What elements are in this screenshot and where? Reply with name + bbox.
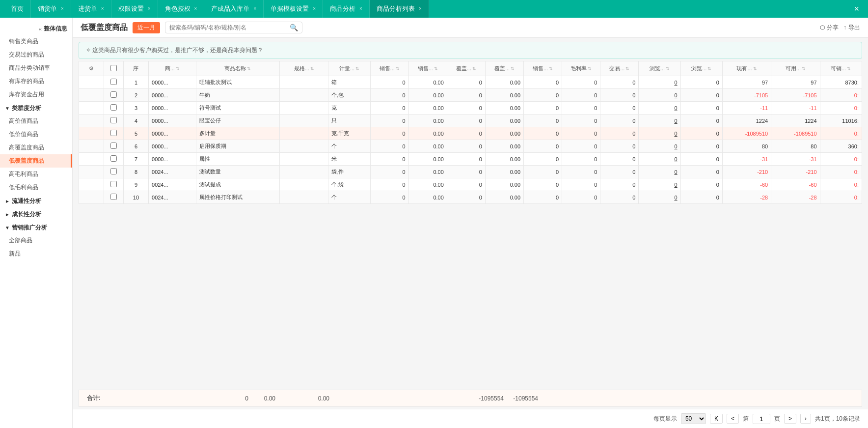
nav-tab-home[interactable]: 首页 [4,0,31,18]
cell-settings [79,153,104,166]
per-page-select[interactable]: 50 20 100 200 [681,413,706,424]
cell-check[interactable] [104,127,124,140]
sidebar-item-high-margin[interactable]: 高毛利商品 [0,168,72,181]
cell-check[interactable] [104,191,124,204]
col-header-trade[interactable]: 交易...⇅ [600,61,639,76]
cell-browse1[interactable]: 0 [639,178,680,191]
cell-check[interactable] [104,102,124,114]
prev-page-button[interactable]: < [727,414,739,424]
close-icon[interactable]: × [101,0,104,18]
col-header-settings[interactable]: ⚙ [79,61,104,76]
col-header-cover2[interactable]: 覆盖...⇅ [485,61,523,76]
sidebar-item-category-rate[interactable]: 商品分类动销率 [0,61,72,75]
search-icon[interactable]: 🔍 [290,24,298,31]
nav-tab-sales[interactable]: 销货单 × [31,0,71,18]
cell-available: 1224 [771,114,820,127]
cell-cover1: 0 [447,178,485,191]
col-header-unit[interactable]: 计量...⇅ [328,61,370,76]
export-button[interactable]: ↑ 导出 [843,24,860,32]
col-header-sales-amt[interactable]: 销售...⇅ [408,61,447,76]
cell-check[interactable] [104,140,124,153]
cell-check[interactable] [104,166,124,178]
col-header-sales3[interactable]: 销售...⇅ [524,61,562,76]
export-icon: ↑ [843,24,846,31]
sidebar-section-liquidity[interactable]: ► 流通性分析 [0,194,72,207]
sidebar-item-low-coverage[interactable]: 低覆盖度商品 [0,154,72,168]
sidebar-item-new-products[interactable]: 新品 [0,247,72,260]
settings-icon[interactable]: ⚙ [89,65,94,71]
footer-current: -1095554 [472,395,507,402]
col-header-sellable[interactable]: 可销...⇅ [820,61,862,76]
search-input[interactable] [169,24,288,31]
cell-browse1[interactable]: 0 [639,76,680,89]
close-icon[interactable]: × [61,0,64,18]
sidebar-item-capital[interactable]: 库存资金占用 [0,88,72,101]
col-header-spec[interactable]: 规格...⇅ [280,61,328,76]
sidebar-section-overall[interactable]: « 整体信息 [0,22,72,35]
col-header-check[interactable] [104,61,124,76]
close-icon[interactable]: × [148,0,151,18]
cell-check[interactable] [104,89,124,102]
cell-browse1[interactable]: 0 [639,191,680,204]
col-header-sales-qty[interactable]: 销售...⇅ [370,61,408,76]
select-all-checkbox[interactable] [110,65,117,71]
cell-browse1[interactable]: 0 [639,140,680,153]
close-icon[interactable]: × [253,0,256,18]
cell-browse1[interactable]: 0 [639,102,680,114]
close-icon[interactable]: × [419,0,422,18]
nav-tab-roles[interactable]: 角色授权 × [158,0,205,18]
col-header-browse1[interactable]: 浏览...⇅ [639,61,680,76]
sidebar-item-sales-products[interactable]: 销售类商品 [0,35,72,48]
cell-current: -1089510 [722,127,771,140]
cell-cover1: 0 [447,191,485,204]
cell-browse1[interactable]: 0 [639,89,680,102]
sidebar-item-traded[interactable]: 交易过的商品 [0,48,72,61]
first-page-button[interactable]: K [710,414,723,424]
nav-tab-purchase[interactable]: 进货单 × [71,0,111,18]
sidebar-item-low-margin[interactable]: 低毛利商品 [0,181,72,194]
nav-tab-analysis-list[interactable]: 商品分析列表 × [370,0,429,18]
cell-spec [280,89,328,102]
nav-tab-template[interactable]: 单据模板设置 × [264,0,323,18]
close-icon[interactable]: × [194,0,197,18]
cell-browse1[interactable]: 0 [639,153,680,166]
col-header-margin[interactable]: 毛利率⇅ [562,61,600,76]
sidebar-item-high-value[interactable]: 高价值商品 [0,114,72,128]
sidebar-section-marketing[interactable]: ▼ 营销推广分析 [0,221,72,234]
cell-cover2: 0.00 [485,178,523,191]
col-header-available[interactable]: 可用...⇅ [771,61,820,76]
col-header-code[interactable]: 商...⇅ [149,61,196,76]
sidebar-item-in-stock[interactable]: 有库存的商品 [0,75,72,88]
col-header-name[interactable]: 商品名称⇅ [196,61,279,76]
sidebar-item-high-coverage[interactable]: 高覆盖度商品 [0,141,72,154]
col-header-current[interactable]: 现有...⇅ [722,61,771,76]
close-all-button[interactable]: × [849,0,864,18]
share-button[interactable]: ⬡ 分享 [820,24,839,32]
next-page-button[interactable]: > [784,414,796,424]
current-page-input[interactable] [753,414,770,424]
cell-check[interactable] [104,76,124,89]
cell-browse1[interactable]: 0 [639,166,680,178]
sidebar-section-growth[interactable]: ► 成长性分析 [0,207,72,221]
nav-tab-warehouse[interactable]: 产成品入库单 × [204,0,264,18]
close-icon[interactable]: × [313,0,316,18]
sidebar-item-all-products[interactable]: 全部商品 [0,234,72,247]
cell-check[interactable] [104,114,124,127]
cell-sales-qty: 0 [370,191,408,204]
nav-tab-analysis[interactable]: 商品分析 × [323,0,370,18]
cell-browse1[interactable]: 0 [639,114,680,127]
close-icon[interactable]: × [359,0,362,18]
cell-browse1[interactable]: 0 [639,127,680,140]
time-filter-button[interactable]: 近一月 [133,22,160,33]
sidebar-collapse-icon[interactable]: « [39,26,42,32]
sidebar-item-low-value[interactable]: 低价值商品 [0,128,72,141]
col-header-browse2[interactable]: 浏览...⇅ [680,61,722,76]
col-header-cover1[interactable]: 覆盖...⇅ [447,61,485,76]
nav-tab-permissions[interactable]: 权限设置 × [111,0,158,18]
cell-check[interactable] [104,153,124,166]
last-page-button[interactable]: › [800,414,811,424]
cell-unit: 个,袋 [328,178,370,191]
sidebar-section-category[interactable]: ▼ 类群度分析 [0,101,72,114]
cell-unit: 只 [328,114,370,127]
cell-check[interactable] [104,178,124,191]
